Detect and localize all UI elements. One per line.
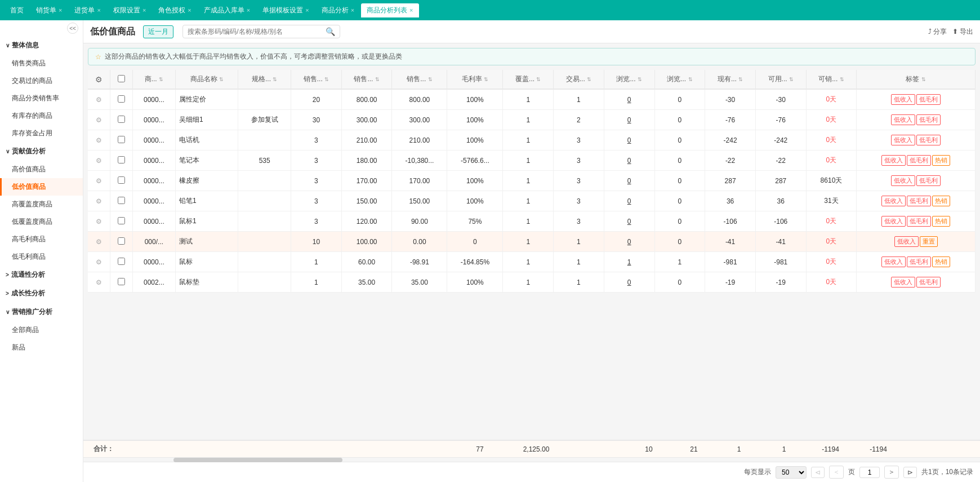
cell-browse1[interactable]: 0 bbox=[604, 151, 654, 171]
tag-badge[interactable]: 低收入 bbox=[881, 257, 906, 267]
close-icon[interactable]: × bbox=[188, 7, 191, 14]
tag-badge[interactable]: 低收入 bbox=[891, 135, 915, 145]
tag-badge[interactable]: 低毛利 bbox=[916, 94, 941, 105]
row-checkbox[interactable] bbox=[118, 217, 125, 224]
row-gear-icon[interactable]: ⚙ bbox=[96, 258, 102, 266]
row-gear-icon[interactable]: ⚙ bbox=[96, 157, 102, 165]
sidebar-group-overall[interactable]: ∨ 整体信息 bbox=[0, 36, 83, 55]
sidebar-group-marketing[interactable]: ∨ 营销推广分析 bbox=[0, 303, 83, 321]
close-icon[interactable]: × bbox=[247, 7, 250, 14]
cell-browse1[interactable]: 0 bbox=[604, 171, 654, 191]
tag-badge[interactable]: 低毛利 bbox=[916, 175, 941, 186]
tag-badge[interactable]: 重置 bbox=[920, 236, 938, 247]
cell-checkbox[interactable] bbox=[110, 191, 132, 211]
tag-badge[interactable]: 低毛利 bbox=[916, 277, 941, 288]
row-gear-icon[interactable]: ⚙ bbox=[96, 96, 102, 104]
close-icon[interactable]: × bbox=[59, 7, 62, 14]
sidebar-item-category-sales-rate[interactable]: 商品分类销售率 bbox=[0, 90, 83, 107]
row-checkbox[interactable] bbox=[118, 258, 125, 265]
cell-checkbox[interactable] bbox=[110, 232, 132, 252]
browse1-link[interactable]: 0 bbox=[627, 116, 631, 124]
cell-settings[interactable]: ⚙ bbox=[88, 130, 110, 151]
row-checkbox[interactable] bbox=[118, 197, 125, 204]
sidebar-item-low-coverage[interactable]: 低覆盖度商品 bbox=[0, 213, 83, 231]
col-browse2[interactable]: 浏览... ⇅ bbox=[654, 70, 705, 89]
cell-settings[interactable]: ⚙ bbox=[88, 211, 110, 232]
browse1-link[interactable]: 0 bbox=[627, 177, 631, 185]
browse1-link[interactable]: 0 bbox=[627, 218, 631, 225]
next-page-button[interactable]: ＞ bbox=[884, 466, 899, 479]
prev-page-button[interactable]: ＜ bbox=[829, 466, 844, 479]
cell-settings[interactable]: ⚙ bbox=[88, 232, 110, 252]
row-checkbox[interactable] bbox=[118, 156, 125, 163]
row-checkbox[interactable] bbox=[118, 237, 125, 245]
cell-settings[interactable]: ⚙ bbox=[88, 171, 110, 191]
close-icon[interactable]: × bbox=[97, 7, 100, 14]
scrollbar-thumb[interactable] bbox=[173, 458, 342, 462]
row-gear-icon[interactable]: ⚙ bbox=[96, 218, 102, 225]
col-tags[interactable]: 标签 ⇅ bbox=[857, 70, 975, 89]
cell-browse1[interactable]: 0 bbox=[604, 272, 654, 293]
browse1-link[interactable]: 0 bbox=[627, 157, 631, 165]
browse1-link[interactable]: 0 bbox=[627, 197, 631, 205]
cell-browse1[interactable]: 0 bbox=[604, 211, 654, 232]
cell-settings[interactable]: ⚙ bbox=[88, 191, 110, 211]
tag-badge[interactable]: 低收入 bbox=[891, 175, 915, 186]
tag-badge[interactable]: 低毛利 bbox=[907, 196, 931, 206]
cell-checkbox[interactable] bbox=[110, 110, 132, 130]
search-icon[interactable]: 🔍 bbox=[326, 27, 335, 36]
col-spec[interactable]: 规格... ⇅ bbox=[238, 70, 291, 89]
sidebar-item-high-coverage[interactable]: 高覆盖度商品 bbox=[0, 196, 83, 213]
close-icon[interactable]: × bbox=[409, 7, 413, 14]
share-button[interactable]: ⤴ 分享 bbox=[928, 27, 947, 37]
sidebar-group-growth[interactable]: > 成长性分析 bbox=[0, 284, 83, 303]
tag-badge[interactable]: 热销 bbox=[932, 257, 950, 267]
search-input[interactable] bbox=[188, 28, 326, 36]
col-name[interactable]: 商品名称 ⇅ bbox=[176, 70, 238, 89]
cell-checkbox[interactable] bbox=[110, 130, 132, 151]
tag-badge[interactable]: 热销 bbox=[932, 216, 950, 227]
col-sales-qty[interactable]: 销售... ⇅ bbox=[291, 70, 342, 89]
cell-settings[interactable]: ⚙ bbox=[88, 110, 110, 130]
col-sales-amount[interactable]: 销售... ⇅ bbox=[392, 70, 447, 89]
sidebar-group-circulation[interactable]: > 流通性分析 bbox=[0, 266, 83, 284]
sidebar-item-sales-products[interactable]: 销售类商品 bbox=[0, 55, 83, 72]
browse1-link[interactable]: 0 bbox=[627, 238, 631, 246]
sidebar-item-high-value[interactable]: 高价值商品 bbox=[0, 161, 83, 178]
col-sales-price[interactable]: 销售... ⇅ bbox=[341, 70, 392, 89]
sidebar-item-low-value[interactable]: 低价值商品 bbox=[0, 178, 83, 196]
cell-browse1[interactable]: 0 bbox=[604, 130, 654, 151]
last-page-button[interactable]: ⊳ bbox=[903, 467, 917, 478]
cell-browse1[interactable]: 0 bbox=[604, 191, 654, 211]
sidebar-item-all-products[interactable]: 全部商品 bbox=[0, 321, 83, 339]
col-browse1[interactable]: 浏览... ⇅ bbox=[604, 70, 654, 89]
horizontal-scrollbar[interactable] bbox=[83, 457, 980, 462]
nav-template-settings[interactable]: 单据模板设置 × bbox=[257, 3, 314, 17]
col-code[interactable]: 商... ⇅ bbox=[132, 70, 175, 89]
cell-checkbox[interactable] bbox=[110, 151, 132, 171]
cell-browse1[interactable]: 0 bbox=[604, 232, 654, 252]
sidebar-group-contribution[interactable]: ∨ 贡献值分析 bbox=[0, 142, 83, 161]
cell-browse1[interactable]: 1 bbox=[604, 252, 654, 272]
cell-settings[interactable]: ⚙ bbox=[88, 272, 110, 293]
tag-badge[interactable]: 低毛利 bbox=[907, 155, 931, 166]
browse1-link[interactable]: 0 bbox=[627, 96, 631, 104]
browse1-link[interactable]: 1 bbox=[627, 258, 631, 266]
cell-checkbox[interactable] bbox=[110, 272, 132, 293]
col-available[interactable]: 可用... ⇅ bbox=[755, 70, 806, 89]
tag-badge[interactable]: 低收入 bbox=[891, 114, 915, 125]
nav-permissions[interactable]: 权限设置 × bbox=[108, 3, 152, 17]
col-gross-rate[interactable]: 毛利率 ⇅ bbox=[447, 70, 503, 89]
sidebar-item-in-stock-products[interactable]: 有库存的商品 bbox=[0, 107, 83, 125]
nav-product-analysis-list[interactable]: 商品分析列表 × bbox=[361, 3, 418, 17]
col-settings[interactable]: ⚙ bbox=[88, 70, 110, 89]
cell-settings[interactable]: ⚙ bbox=[88, 151, 110, 171]
close-icon[interactable]: × bbox=[142, 7, 146, 14]
cell-settings[interactable]: ⚙ bbox=[88, 89, 110, 110]
select-all-checkbox[interactable] bbox=[118, 75, 125, 82]
cell-checkbox[interactable] bbox=[110, 171, 132, 191]
tag-badge[interactable]: 低收入 bbox=[891, 277, 915, 288]
row-checkbox[interactable] bbox=[118, 278, 125, 285]
time-filter-badge[interactable]: 近一月 bbox=[143, 25, 173, 38]
row-gear-icon[interactable]: ⚙ bbox=[96, 116, 102, 124]
